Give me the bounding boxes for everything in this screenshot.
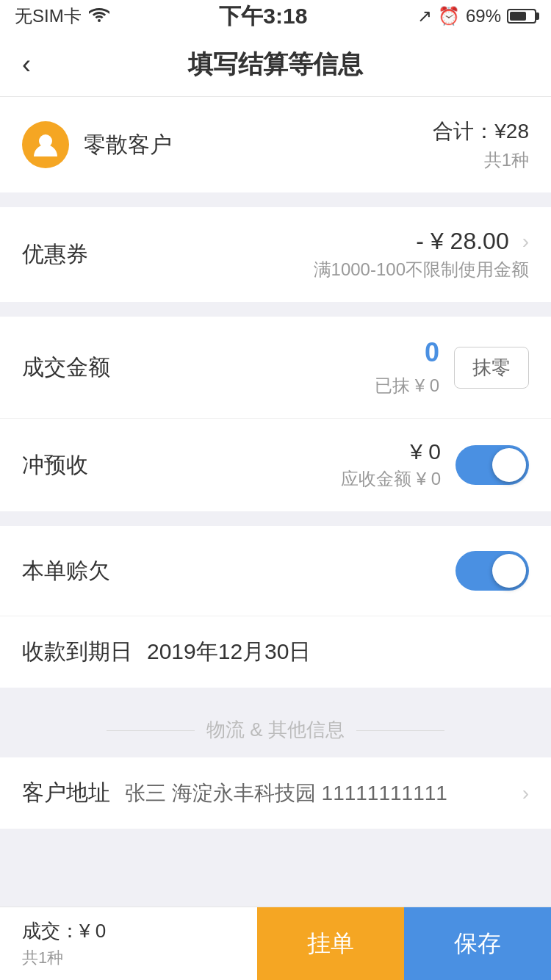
- coupon-label: 优惠券: [22, 239, 88, 270]
- debt-label: 本单赊欠: [22, 556, 110, 586]
- coupon-value: - ¥ 28.00: [416, 228, 508, 255]
- bottom-transaction: 成交：¥ 0: [22, 918, 235, 944]
- address-value: 张三 海淀永丰科技园 11111111111: [125, 779, 447, 807]
- prepay-label: 冲预收: [22, 450, 88, 480]
- address-row[interactable]: 客户地址 张三 海淀永丰科技园 11111111111 ›: [0, 757, 551, 829]
- prepay-row: 冲预收 ¥ 0 应收金额 ¥ 0: [0, 418, 551, 511]
- due-date-label: 收款到期日: [22, 637, 132, 667]
- status-left: 无SIM卡: [15, 4, 109, 28]
- page-title: 填写结算等信息: [188, 48, 363, 82]
- transaction-right: 0 已抹 ¥ 0 抹零: [375, 337, 529, 397]
- content-area: 零散客户 合计：¥28 共1种 优惠券 - ¥ 28.00 › 满1000-10…: [0, 97, 551, 932]
- battery-percentage: 69%: [466, 6, 501, 26]
- hold-button[interactable]: 挂单: [257, 907, 404, 980]
- customer-row: 零散客户 合计：¥28 共1种: [0, 97, 551, 192]
- bottom-info: 成交：¥ 0 共1种: [0, 907, 257, 980]
- address-left: 客户地址 张三 海淀永丰科技园 11111111111: [22, 778, 447, 808]
- prepay-sub: 应收金额 ¥ 0: [341, 467, 441, 491]
- transaction-row: 成交金额 0 已抹 ¥ 0 抹零: [0, 317, 551, 418]
- back-button[interactable]: ‹: [22, 49, 31, 80]
- debt-toggle-knob: [492, 554, 526, 588]
- carrier-label: 无SIM卡: [15, 4, 82, 28]
- bottom-transaction-value: ¥ 0: [79, 920, 106, 942]
- customer-section: 零散客户 合计：¥28 共1种: [0, 97, 551, 192]
- debt-toggle[interactable]: [455, 551, 529, 591]
- bottom-count: 共1种: [22, 947, 235, 969]
- logistics-title-row: 物流 & 其他信息: [0, 702, 551, 757]
- address-chevron-icon: ›: [522, 782, 529, 805]
- due-date-value[interactable]: 2019年12月30日: [147, 637, 311, 667]
- coupon-chevron-icon: ›: [522, 230, 529, 253]
- bottom-bar: 成交：¥ 0 共1种 挂单 保存: [0, 907, 551, 980]
- address-section: 客户地址 张三 海淀永丰科技园 11111111111 ›: [0, 757, 551, 829]
- customer-avatar: [22, 121, 69, 168]
- debt-section: 本单赊欠 收款到期日 2019年12月30日: [0, 526, 551, 688]
- coupon-row[interactable]: 优惠券 - ¥ 28.00 › 满1000-100不限制使用金额: [0, 207, 551, 302]
- status-right: ↗ ⏰ 69%: [417, 6, 536, 26]
- transaction-sub: 已抹 ¥ 0: [375, 374, 439, 397]
- coupon-section: 优惠券 - ¥ 28.00 › 满1000-100不限制使用金额: [0, 207, 551, 302]
- due-date-row: 收款到期日 2019年12月30日: [0, 616, 551, 688]
- address-label: 客户地址: [22, 778, 110, 808]
- save-button[interactable]: 保存: [404, 907, 551, 980]
- transaction-section: 成交金额 0 已抹 ¥ 0 抹零 冲预收 ¥ 0 应收金额 ¥ 0: [0, 317, 551, 511]
- total-count: 共1种: [433, 148, 529, 172]
- status-bar: 无SIM卡 下午3:18 ↗ ⏰ 69%: [0, 0, 551, 32]
- customer-name: 零散客户: [84, 130, 172, 160]
- customer-total: 合计：¥28 共1种: [433, 118, 529, 172]
- amount-input-area: 0 已抹 ¥ 0: [375, 337, 439, 397]
- transaction-label: 成交金额: [22, 353, 110, 383]
- total-amount: 合计：¥28: [433, 118, 529, 145]
- nav-bar: ‹ 填写结算等信息: [0, 32, 551, 97]
- battery-icon: [507, 9, 536, 24]
- coupon-value-row: - ¥ 28.00 ›: [416, 228, 529, 255]
- debt-row: 本单赊欠: [0, 526, 551, 616]
- prepay-amount: ¥ 0: [410, 439, 441, 464]
- toggle-knob: [492, 448, 526, 482]
- location-icon: ↗: [417, 6, 432, 26]
- bottom-transaction-label: 成交：: [22, 920, 79, 942]
- customer-left: 零散客户: [22, 121, 172, 168]
- coupon-right: - ¥ 28.00 › 满1000-100不限制使用金额: [314, 228, 529, 281]
- wifi-icon: [89, 6, 109, 26]
- prepay-values: ¥ 0 应收金额 ¥ 0: [341, 439, 441, 491]
- transaction-amount[interactable]: 0: [425, 337, 439, 368]
- round-button[interactable]: 抹零: [454, 347, 529, 389]
- prepay-right: ¥ 0 应收金额 ¥ 0: [341, 439, 529, 491]
- logistics-title: 物流 & 其他信息: [206, 717, 345, 743]
- status-time: 下午3:18: [219, 1, 307, 32]
- alarm-icon: ⏰: [438, 6, 460, 26]
- coupon-sub: 满1000-100不限制使用金额: [314, 258, 529, 281]
- prepay-toggle[interactable]: [455, 445, 529, 485]
